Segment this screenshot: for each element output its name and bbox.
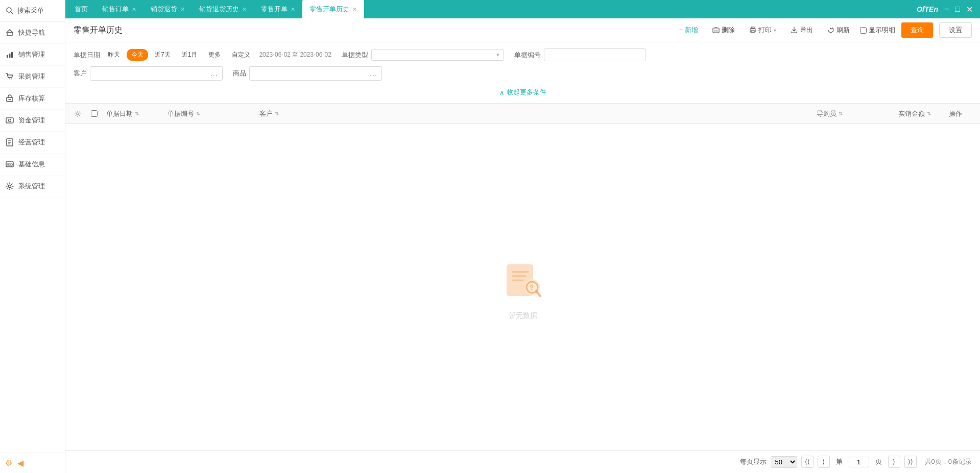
sort-customer[interactable]: ⇅ bbox=[275, 111, 279, 116]
th-num: 单据编号 ⇅ bbox=[163, 109, 255, 118]
tab-sales-return-close[interactable]: ✕ bbox=[180, 6, 185, 13]
filter-product-field[interactable] bbox=[254, 70, 369, 78]
sidebar-item-sales-mgmt[interactable]: 销售管理 bbox=[0, 44, 65, 66]
tab-sales-order[interactable]: 销售订单 ✕ bbox=[95, 0, 144, 18]
filter-type-select[interactable]: ▾ bbox=[371, 49, 504, 61]
date-btn-yesterday[interactable]: 昨天 bbox=[103, 49, 125, 61]
top-nav: 首页 销售订单 ✕ 销货退货 ✕ 销货退货历史 ✕ 零售开单 ✕ 零售开单历史 … bbox=[65, 0, 980, 18]
filter-product-input[interactable]: … bbox=[249, 66, 382, 81]
sidebar-search[interactable]: 搜索采单 bbox=[0, 0, 65, 22]
prev-page-btn[interactable]: ⟨ bbox=[818, 456, 830, 468]
query-button[interactable]: 查询 bbox=[901, 22, 933, 38]
tab-sales-order-label: 销售订单 bbox=[102, 5, 129, 14]
svg-rect-19 bbox=[713, 28, 719, 33]
sidebar-item-finance[interactable]: 资金管理 bbox=[0, 110, 65, 132]
svg-rect-10 bbox=[6, 118, 13, 123]
show-detail-checkbox[interactable]: 显示明细 bbox=[860, 26, 895, 35]
tab-sales-order-close[interactable]: ✕ bbox=[132, 6, 136, 13]
filter-collapse-btn[interactable]: ∧ 收起更多条件 bbox=[74, 86, 972, 101]
filter-customer-input[interactable]: … bbox=[90, 66, 223, 81]
sidebar-item-operations[interactable]: 经营管理 bbox=[0, 132, 65, 154]
tab-retail-open[interactable]: 零售开单 ✕ bbox=[254, 0, 302, 18]
refresh-button[interactable]: 刷新 bbox=[823, 23, 854, 37]
svg-point-25 bbox=[77, 113, 79, 115]
sidebar-collapse-btn[interactable]: ◀ bbox=[17, 458, 23, 468]
tab-retail-open-history-close[interactable]: ✕ bbox=[352, 6, 357, 13]
delete-button[interactable]: 删除 bbox=[708, 23, 739, 37]
tab-sales-return-label: 销货退货 bbox=[151, 5, 177, 14]
table-select-all[interactable] bbox=[86, 110, 102, 117]
filter-customer-label: 客户 bbox=[74, 69, 87, 78]
filter-date-btns: 昨天 今天 近7天 近1月 更多 自定义 2023-06-02 至 2023-0… bbox=[103, 49, 331, 61]
tab-retail-open-history[interactable]: 零售开单历史 ✕ bbox=[302, 0, 364, 18]
date-btn-7days[interactable]: 近7天 bbox=[150, 49, 175, 61]
customer-ellipsis[interactable]: … bbox=[210, 69, 218, 78]
main-content: 首页 销售订单 ✕ 销货退货 ✕ 销货退货历史 ✕ 零售开单 ✕ 零售开单历史 … bbox=[65, 0, 980, 473]
empty-state: ? 暂无数据 bbox=[65, 124, 980, 450]
sort-date[interactable]: ⇅ bbox=[135, 111, 139, 116]
sort-amount[interactable]: ⇅ bbox=[927, 111, 931, 116]
filter-product-label: 商品 bbox=[233, 69, 246, 78]
tab-home-label: 首页 bbox=[75, 5, 88, 14]
svg-point-6 bbox=[9, 79, 10, 80]
next-page-btn[interactable]: ⟩ bbox=[888, 456, 900, 468]
report-icon bbox=[5, 138, 14, 147]
cart-icon bbox=[5, 72, 14, 81]
tab-home[interactable]: 首页 bbox=[67, 0, 95, 18]
print-button[interactable]: 打印 ▾ bbox=[745, 23, 780, 37]
per-page-select[interactable]: 20 50 100 bbox=[771, 456, 797, 468]
filter-customer-field[interactable] bbox=[94, 70, 210, 78]
box-icon bbox=[5, 94, 14, 103]
date-btn-custom[interactable]: 自定义 bbox=[227, 49, 255, 61]
tab-sales-return-history[interactable]: 销货退货历史 ✕ bbox=[192, 0, 254, 18]
minimize-btn[interactable]: − bbox=[944, 5, 949, 14]
filter-date-item: 单据日期 昨天 今天 近7天 近1月 更多 自定义 2023-06-02 至 2… bbox=[74, 49, 331, 61]
tab-sales-return[interactable]: 销货退货 ✕ bbox=[144, 0, 192, 18]
brand-name: OfTEn bbox=[917, 5, 938, 13]
close-btn[interactable]: ✕ bbox=[966, 5, 973, 14]
filter-num-item: 单据编号 bbox=[514, 48, 646, 61]
last-page-btn[interactable]: ⟩⟩ bbox=[904, 456, 917, 468]
export-button[interactable]: 导出 bbox=[786, 23, 817, 37]
svg-point-7 bbox=[11, 79, 12, 80]
sidebar-bottom: ⚙ ◀ bbox=[0, 453, 65, 473]
sidebar-gear-btn[interactable]: ⚙ bbox=[5, 458, 12, 468]
th-customer: 客户 ⇅ bbox=[255, 109, 812, 118]
sidebar-item-label: 资金管理 bbox=[18, 116, 45, 125]
sidebar-item-label: 采购管理 bbox=[18, 72, 45, 81]
first-page-btn[interactable]: ⟨⟨ bbox=[801, 456, 814, 468]
svg-point-11 bbox=[9, 119, 11, 122]
filter-num-field[interactable] bbox=[548, 51, 641, 59]
sort-guide[interactable]: ⇅ bbox=[839, 111, 843, 116]
tab-sales-return-history-close[interactable]: ✕ bbox=[242, 6, 247, 13]
product-ellipsis[interactable]: … bbox=[369, 69, 377, 78]
th-date: 单据日期 ⇅ bbox=[102, 109, 163, 118]
filter-type-item: 单据类型 ▾ bbox=[342, 49, 504, 61]
sort-num[interactable]: ⇅ bbox=[196, 111, 200, 116]
settings-button[interactable]: 设置 bbox=[939, 22, 972, 38]
sidebar-item-purchase-mgmt[interactable]: 采购管理 bbox=[0, 66, 65, 88]
sidebar-item-label: 快捷导航 bbox=[18, 28, 45, 37]
th-amount: 实销金额 ⇅ bbox=[874, 109, 935, 118]
sidebar: 搜索采单 快捷导航 销售管理 采购管理 库存核算 资金管理 经营管理 bbox=[0, 0, 65, 473]
empty-icon: ? bbox=[497, 254, 548, 305]
filter-num-input[interactable] bbox=[544, 48, 646, 61]
svg-point-18 bbox=[9, 185, 11, 188]
sidebar-item-label: 系统管理 bbox=[18, 182, 45, 191]
maximize-btn[interactable]: □ bbox=[955, 5, 960, 14]
date-btn-today[interactable]: 今天 bbox=[127, 49, 148, 61]
date-btn-1month[interactable]: 近1月 bbox=[177, 49, 202, 61]
select-all-checkbox[interactable] bbox=[91, 110, 98, 117]
sidebar-item-sys-mgmt[interactable]: 系统管理 bbox=[0, 176, 65, 197]
sidebar-item-quick-nav[interactable]: 快捷导航 bbox=[0, 22, 65, 44]
sidebar-item-inventory[interactable]: 库存核算 bbox=[0, 88, 65, 110]
pagination: 每页显示 20 50 100 ⟨⟨ ⟨ 第 页 ⟩ ⟩⟩ 共0页，0条记录 bbox=[65, 450, 980, 473]
table-gear-btn[interactable] bbox=[69, 110, 86, 117]
add-button[interactable]: + 新增 bbox=[675, 23, 702, 37]
page-number-input[interactable] bbox=[849, 457, 869, 467]
date-btn-more[interactable]: 更多 bbox=[204, 49, 225, 61]
sidebar-item-label: 基础信息 bbox=[18, 160, 45, 169]
svg-line-1 bbox=[11, 12, 13, 14]
tab-retail-open-close[interactable]: ✕ bbox=[291, 6, 295, 13]
sidebar-item-basic-info[interactable]: EQ 基础信息 bbox=[0, 154, 65, 176]
